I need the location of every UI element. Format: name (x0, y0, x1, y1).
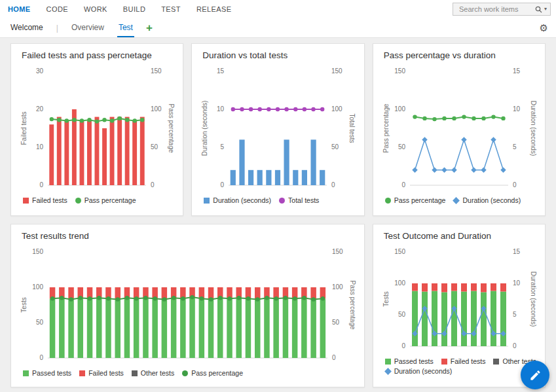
add-dashboard-button[interactable]: + (146, 18, 153, 37)
edit-dashboard-button[interactable] (521, 361, 549, 389)
nav-item-test[interactable]: TEST (161, 5, 181, 13)
svg-text:10: 10 (36, 143, 44, 151)
svg-text:0: 0 (332, 354, 336, 361)
chart-legend: Passed testsFailed testsOther testsDurat… (381, 357, 537, 375)
widget-outcome-duration: Test Outcome and Duration 05010015005101… (373, 224, 546, 387)
legend-square-marker (441, 359, 447, 365)
legend-square-marker (79, 370, 85, 376)
legend-item: Pass percentage (182, 369, 243, 377)
legend-item: Pass percentage (385, 196, 446, 204)
legend-item: Failed tests (441, 357, 486, 365)
svg-text:20: 20 (36, 105, 44, 113)
legend-label: Pass percentage (84, 196, 136, 204)
legend-label: Pass percentage (394, 196, 446, 204)
widget-duration-total: Duration vs total tests 051015050100150D… (191, 43, 364, 216)
legend-label: Other tests (141, 369, 174, 377)
svg-text:50: 50 (151, 143, 158, 151)
svg-text:50: 50 (398, 143, 406, 151)
widget-results-trend: Test results trend 050100150050100150Tes… (10, 224, 365, 387)
svg-text:Pass percentage: Pass percentage (168, 103, 175, 152)
svg-text:5: 5 (513, 143, 517, 151)
legend-diamond-marker (384, 368, 392, 375)
svg-text:150: 150 (394, 67, 405, 75)
legend-square-marker (204, 198, 210, 204)
svg-text:Failed tests: Failed tests (20, 111, 28, 145)
legend-item: Total tests (279, 196, 319, 204)
svg-text:10: 10 (217, 105, 225, 113)
chart-legend: Failed testsPass percentage (19, 196, 175, 204)
svg-text:150: 150 (332, 248, 343, 255)
legend-label: Duration (seconds) (394, 367, 453, 375)
tab-separator: | (56, 18, 58, 37)
legend-item: Failed tests (79, 369, 124, 377)
chart-title: Failed tests and pass percnetage (22, 50, 175, 63)
chart-legend: Passed testsFailed testsOther testsPass … (19, 369, 356, 377)
chart-legend: Pass percentageDuration (seconds) (381, 196, 537, 204)
search-box[interactable]: ▾ (453, 3, 551, 16)
svg-text:Pass percentage: Pass percentage (349, 280, 356, 329)
legend-label: Passed tests (394, 357, 434, 365)
svg-text:150: 150 (151, 67, 162, 75)
svg-text:0: 0 (331, 181, 335, 188)
svg-text:0: 0 (221, 181, 225, 188)
legend-item: Duration (seconds) (385, 367, 453, 375)
chart-area: 0102030050100150Failed testsPass percent… (19, 65, 175, 196)
chart-legend: Duration (seconds)Total tests (200, 196, 356, 204)
search-scope-caret-icon[interactable]: ▾ (544, 7, 547, 12)
legend-square-marker (385, 359, 391, 365)
chart-canvas: 0102030050100150Failed testsPass percent… (19, 65, 175, 193)
svg-text:100: 100 (394, 105, 405, 113)
tab-test[interactable]: Test (117, 18, 134, 37)
legend-item: Duration (seconds) (453, 196, 521, 204)
svg-text:Duration (seconds): Duration (seconds) (530, 272, 537, 327)
legend-square-marker (132, 370, 138, 376)
svg-text:0: 0 (151, 181, 155, 188)
legend-item: Failed tests (23, 196, 67, 204)
widget-failed-pass: Failed tests and pass percnetage 0102030… (10, 43, 183, 216)
nav-item-home[interactable]: HOME (8, 5, 31, 13)
svg-text:10: 10 (513, 279, 521, 287)
nav-item-release[interactable]: RELEASE (196, 5, 232, 13)
search-input[interactable] (458, 5, 533, 14)
svg-text:Tests: Tests (20, 297, 28, 312)
search-icon[interactable] (535, 6, 542, 13)
widget-grid: Failed tests and pass percnetage 0102030… (10, 43, 546, 387)
nav-item-work[interactable]: WORK (84, 5, 107, 13)
legend-label: Passed tests (32, 369, 71, 377)
dashboard-content: Failed tests and pass percnetage 0102030… (0, 38, 556, 391)
svg-text:0: 0 (39, 354, 43, 361)
svg-text:50: 50 (398, 311, 406, 318)
svg-text:Total tests: Total tests (348, 113, 356, 143)
svg-text:150: 150 (32, 248, 43, 255)
svg-text:0: 0 (513, 181, 517, 188)
legend-item: Passed tests (385, 357, 434, 365)
dashboard-tab-bar: Welcome | Overview Test + ⚙ (0, 18, 556, 38)
widget-pass-duration: Pass percentage vs duration 050100150051… (373, 43, 546, 216)
legend-circle-marker (75, 198, 81, 204)
nav-item-build[interactable]: BUILD (123, 5, 145, 13)
legend-circle-marker (385, 198, 391, 204)
gear-icon[interactable]: ⚙ (540, 18, 548, 38)
legend-item: Passed tests (23, 369, 71, 377)
tab-welcome[interactable]: Welcome (9, 18, 45, 37)
chart-title: Test Outcome and Duration (384, 231, 537, 244)
nav-item-code[interactable]: CODE (46, 5, 68, 13)
svg-text:150: 150 (394, 248, 405, 255)
svg-text:0: 0 (401, 342, 405, 349)
chart-canvas: 050100150051015Pass percentageDuration (… (381, 65, 537, 193)
svg-text:100: 100 (394, 279, 405, 287)
chart-canvas: 050100150050100150TestsPass percentage (19, 245, 356, 366)
svg-text:0: 0 (39, 181, 43, 188)
chart-canvas: 051015050100150Duration (seconds)Total t… (200, 65, 356, 193)
legend-circle-marker (279, 198, 285, 204)
legend-item: Other tests (132, 369, 174, 377)
svg-text:100: 100 (151, 105, 162, 113)
svg-text:50: 50 (36, 319, 44, 326)
chart-area: 050100150051015Pass percentageDuration (… (381, 65, 537, 196)
chart-area: 051015050100150Duration (seconds)Total t… (200, 65, 356, 196)
chart-title: Pass percentage vs duration (384, 50, 537, 63)
legend-circle-marker (182, 370, 188, 376)
svg-text:0: 0 (401, 181, 405, 188)
tab-overview[interactable]: Overview (70, 18, 105, 37)
legend-square-marker (23, 198, 29, 204)
